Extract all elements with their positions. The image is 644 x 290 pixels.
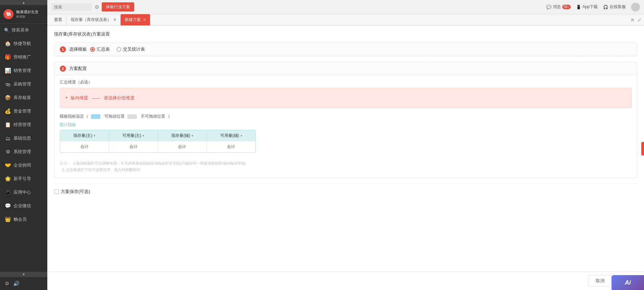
radio-summary[interactable]: 汇总表 <box>90 46 110 52</box>
sales-icon: 📊 <box>5 68 11 74</box>
stat-body-col-0: 合计 <box>60 141 109 152</box>
sidebar-item-guide[interactable]: 🌟 新手引导 <box>0 172 47 186</box>
sidebar-item-label: 经营管理 <box>14 122 31 128</box>
indicator-settings-label: 模板指标设定（ 可拖动位置 不可拖动位置 ） <box>60 114 631 119</box>
sidebar-item-label: 新手引导 <box>14 176 31 182</box>
message-icon: 💬 <box>546 5 551 9</box>
stat-col-1[interactable]: 可用量(主) ▾ <box>109 130 158 141</box>
stat-col-2-label: 现存量(辅) <box>171 133 190 139</box>
tab-expand-icon[interactable]: ⤢ <box>637 17 641 23</box>
stat-col-3[interactable]: 可用量(辅) ▾ <box>207 130 255 141</box>
app-download-btn[interactable]: 📱 App下载 <box>576 4 598 10</box>
save-scheme-checkbox-label[interactable]: 方案保存(可选) <box>54 189 90 195</box>
finance-icon: 💰 <box>5 108 11 114</box>
sidebar-item-quick-nav[interactable]: 🏠 快捷导航 <box>0 37 47 50</box>
required-star: * <box>66 96 67 101</box>
sidebar-item-inventory[interactable]: 📦 库存核算 <box>0 91 47 104</box>
content-area: 现存量(库存状况表)方案设置 1 选择模板 汇总表 交叉统计表 <box>47 26 644 271</box>
dimension-dash: —— <box>92 96 100 101</box>
member-icon: 👑 <box>5 216 11 222</box>
sidebar-item-member[interactable]: 👑 畅会员 <box>0 213 47 226</box>
sidebar-item-sales[interactable]: 📊 销售管理 <box>0 64 47 77</box>
content-inner: 现存量(库存状况表)方案设置 1 选择模板 汇总表 交叉统计表 <box>54 31 637 196</box>
app-name: 畅康通好生意 <box>16 9 39 15</box>
sidebar-item-system[interactable]: ⚙ 系统管理 <box>0 145 47 159</box>
stat-col-2[interactable]: 现存量(辅) ▾ <box>158 130 207 141</box>
indicator-suffix: ） <box>168 114 172 119</box>
sidebar-item-marketing[interactable]: 🎁 营销推广 <box>0 50 47 64</box>
save-scheme-label: 方案保存(可选) <box>61 189 90 195</box>
section2-title: 方案配置 <box>69 66 87 72</box>
template-radio-group: 汇总表 交叉统计表 <box>90 46 145 52</box>
indicator-label-prefix: 模板指标设定（ <box>60 114 88 119</box>
app-download-label: App下载 <box>583 4 598 10</box>
home-icon: 🏠 <box>5 41 11 47</box>
section-choose-template: 1 选择模板 汇总表 交叉统计表 <box>54 43 637 56</box>
radio-cross[interactable]: 交叉统计表 <box>117 46 145 52</box>
tab-home-label: 首页 <box>54 17 62 23</box>
sidebar-item-label: 应用中心 <box>14 189 31 195</box>
topbar: ⚙ 体验行业方案 💬 消息 99+ 📱 App下载 🎧 在线客服 <box>47 0 644 14</box>
guide-icon: 🌟 <box>5 176 11 182</box>
tab-new-scheme[interactable]: 新建方案 ✕ <box>121 14 150 25</box>
sidebar-item-wechat[interactable]: 💬 企业微信 <box>0 199 47 213</box>
sidebar-item-label: 销售管理 <box>14 68 31 74</box>
stat-table-body: 合计 合计 合计 合计 <box>60 141 255 152</box>
stat-body-col-3: 合计 <box>207 141 255 152</box>
stat-col-0[interactable]: 现存量(主) ▾ <box>60 130 109 141</box>
stat-table-wrapper: 统计指标 现存量(主) ▾ 可用量(主) ▾ <box>60 122 631 153</box>
message-badge: 99+ <box>562 5 571 9</box>
stat-body-col-1: 合计 <box>109 141 158 152</box>
dimension-error-box[interactable]: * 纵向维度 —— 请选择分组维度 <box>60 88 631 108</box>
cancel-button[interactable]: 取消 <box>589 275 612 287</box>
stat-col-3-label: 可用量(辅) <box>220 133 239 139</box>
app-center-icon: 📱 <box>5 189 11 195</box>
save-scheme-checkbox[interactable] <box>54 189 59 194</box>
sidebar-item-app-center[interactable]: 📱 应用中心 <box>0 186 47 199</box>
sidebar-item-label: 基础信息 <box>14 135 31 141</box>
message-label: 消息 <box>553 4 561 10</box>
sidebar-item-label: 资金管理 <box>14 108 31 114</box>
inventory-icon: 📦 <box>5 95 11 101</box>
sidebar-item-basic[interactable]: 🗂 基础信息 <box>0 131 47 145</box>
sidebar-scroll-up[interactable]: ▲ <box>0 0 47 5</box>
speaker-icon[interactable]: 🔊 <box>13 281 20 287</box>
sidebar-item-operations[interactable]: 📋 经营管理 <box>0 118 47 131</box>
app-download-icon: 📱 <box>576 5 581 9</box>
dimension-field-label: 纵向维度 <box>71 95 88 101</box>
app-logo-icon: 畅 <box>3 9 14 19</box>
service-icon: 🎧 <box>603 5 608 9</box>
chevron-down-icon-3: ▾ <box>241 134 242 138</box>
sidebar-nav: 🏠 快捷导航 🎁 营销推广 📊 销售管理 🛍 采购管理 📦 库存核算 💰 资金管… <box>0 37 47 272</box>
sidebar-search[interactable]: 🔍 搜索菜单 <box>0 24 47 37</box>
tab-home[interactable]: 首页 <box>50 14 67 25</box>
topbar-search-input[interactable] <box>51 3 92 11</box>
online-service-btn[interactable]: 🎧 在线客服 <box>603 4 626 10</box>
radio-cross-label: 交叉统计表 <box>123 46 145 52</box>
message-btn[interactable]: 💬 消息 99+ <box>546 4 571 10</box>
experience-btn[interactable]: 体验行业方案 <box>102 2 134 11</box>
tab-inventory-close[interactable]: ✕ <box>113 18 116 22</box>
tab-inventory[interactable]: 现存量（库存状况表） ✕ <box>67 14 121 25</box>
fixed-badge <box>127 114 137 119</box>
sidebar-item-purchase[interactable]: 🛍 采购管理 <box>0 77 47 91</box>
section1-number: 1 <box>60 46 66 52</box>
tab-collapse-icon[interactable]: ✕ <box>630 17 635 23</box>
ai-badge[interactable]: Ai <box>612 275 644 290</box>
sidebar-item-finance[interactable]: 💰 资金管理 <box>0 104 47 118</box>
topbar-gear-icon[interactable]: ⚙ <box>95 4 99 10</box>
settings-icon[interactable]: ⚙ <box>5 281 9 287</box>
sidebar-item-label: 快捷导航 <box>14 41 31 47</box>
page-title: 现存量(库存状况表)方案设置 <box>54 31 637 37</box>
sidebar-item-cooperation[interactable]: 🤝 企业协同 <box>0 159 47 172</box>
tip-1: 提示： 1.拖动标题栏可以调整布局，不可跨维度或指标区域拖动栏目字段(只能在同一… <box>60 161 631 166</box>
radio-summary-dot <box>90 47 95 52</box>
sidebar-scroll-down[interactable]: ▼ <box>0 272 47 277</box>
indicator-fixed-text: 不可拖动位置 <box>141 114 165 119</box>
tab-new-scheme-close[interactable]: ✕ <box>143 18 146 22</box>
user-avatar[interactable] <box>631 3 640 11</box>
basic-icon: 🗂 <box>5 136 11 141</box>
stat-col-0-label: 现存量(主) <box>73 133 92 139</box>
gift-icon: 🎁 <box>5 54 11 60</box>
tab-inventory-label: 现存量（库存状况表） <box>71 17 111 23</box>
